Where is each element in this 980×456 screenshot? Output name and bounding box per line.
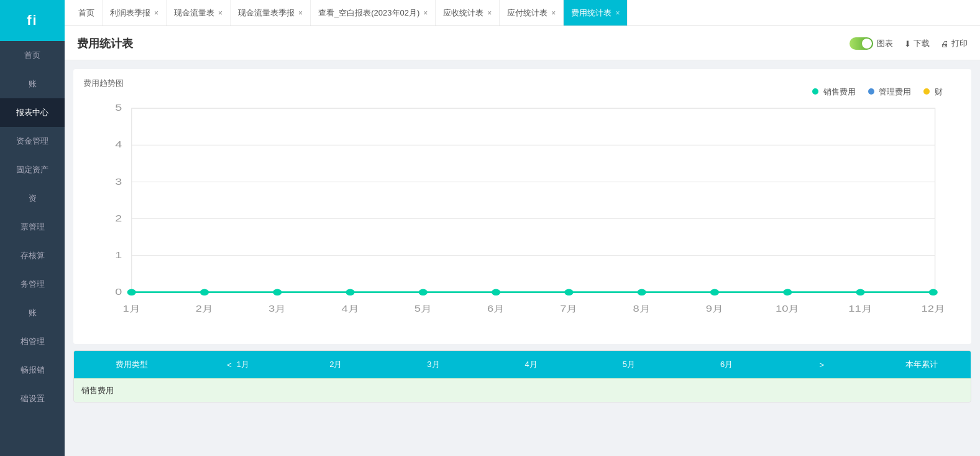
svg-text:0: 0 bbox=[115, 286, 122, 297]
download-icon: ⬇ bbox=[904, 39, 911, 49]
tab-close-cashflow[interactable]: × bbox=[218, 9, 222, 17]
sidebar-item-fund[interactable]: 资金管理 bbox=[0, 127, 65, 156]
download-button[interactable]: ⬇ 下载 bbox=[904, 38, 930, 49]
sidebar-item-inventory[interactable]: 存核算 bbox=[0, 241, 65, 270]
sidebar-item-service[interactable]: 务管理 bbox=[0, 270, 65, 299]
th-col-3: 3月 bbox=[385, 359, 482, 370]
td-col-5 bbox=[582, 386, 679, 396]
svg-text:6月: 6月 bbox=[487, 304, 505, 314]
tab-close-profit[interactable]: × bbox=[154, 9, 158, 17]
sidebar-logo: fi bbox=[0, 0, 65, 41]
tab-close-payable[interactable]: × bbox=[551, 9, 556, 17]
sidebar-item-account[interactable]: 账 bbox=[0, 70, 65, 98]
td-col-4 bbox=[485, 386, 582, 396]
svg-text:10月: 10月 bbox=[776, 304, 800, 314]
tab-close-receivable[interactable]: × bbox=[487, 9, 492, 17]
sidebar: fi 首页 账 报表中心 资金管理 固定资产 资 票管理 存核算 务管理 账 档… bbox=[0, 0, 65, 456]
point-10 bbox=[783, 289, 792, 295]
td-col-2 bbox=[291, 386, 388, 396]
svg-text:7月: 7月 bbox=[560, 304, 577, 314]
point-8 bbox=[638, 289, 646, 295]
tab-close-blank[interactable]: × bbox=[423, 9, 428, 17]
tab-expense-stats[interactable]: 费用统计表 × bbox=[564, 0, 628, 26]
th-type: 费用类型 bbox=[74, 359, 189, 370]
td-col-nav bbox=[776, 386, 873, 396]
td-col-total bbox=[874, 386, 971, 396]
line-chart: 5 4 3 2 1 0 1月 2月 3月 4月 5月 6月 7月 bbox=[83, 95, 961, 332]
sidebar-item-ticket[interactable]: 票管理 bbox=[0, 213, 65, 241]
point-12 bbox=[929, 289, 938, 295]
tab-receivable[interactable]: 应收统计表 × bbox=[436, 0, 500, 26]
page-content: 费用统计表 图表 ⬇ 下载 🖨 打印 费用趋势图 bbox=[65, 26, 980, 456]
point-6 bbox=[492, 289, 500, 295]
th-col-6: 6月 bbox=[677, 359, 775, 370]
page-actions: 图表 ⬇ 下载 🖨 打印 bbox=[849, 37, 968, 50]
point-3 bbox=[273, 289, 282, 295]
sidebar-item-home[interactable]: 首页 bbox=[0, 41, 65, 70]
tab-bar: 首页 利润表季报 × 现金流量表 × 现金流量表季报 × 查看_空白报表(202… bbox=[65, 0, 980, 26]
point-9 bbox=[710, 289, 719, 295]
th-col-4: 4月 bbox=[482, 359, 580, 370]
tab-profit[interactable]: 利润表季报 × bbox=[103, 0, 167, 26]
svg-rect-12 bbox=[132, 108, 935, 292]
tab-cashflow-q[interactable]: 现金流量表季报 × bbox=[231, 0, 311, 26]
point-4 bbox=[346, 289, 354, 295]
table-row: 销售费用 bbox=[74, 378, 971, 402]
svg-text:2: 2 bbox=[115, 213, 122, 223]
sidebar-item-archive[interactable]: 档管理 bbox=[0, 327, 65, 356]
th-col-total: 本年累计 bbox=[873, 359, 971, 370]
tab-home[interactable]: 首页 bbox=[71, 0, 103, 26]
th-nav-next[interactable]: > bbox=[776, 360, 873, 370]
svg-text:11月: 11月 bbox=[848, 304, 872, 314]
th-col-2: 2月 bbox=[287, 359, 385, 370]
chart-toggle-wrap: 图表 bbox=[849, 37, 893, 50]
chart-card: 费用趋势图 销售费用 管理费用 财 bbox=[73, 69, 971, 344]
sidebar-item-ledger[interactable]: 账 bbox=[0, 299, 65, 327]
chart-toggle[interactable] bbox=[849, 37, 873, 50]
legend-dot-finance bbox=[923, 88, 930, 95]
svg-text:12月: 12月 bbox=[922, 304, 946, 314]
table-header: 费用类型 < 1月 2月 3月 4月 5月 bbox=[74, 351, 971, 378]
svg-text:8月: 8月 bbox=[633, 304, 650, 314]
sidebar-item-asset[interactable]: 固定资产 bbox=[0, 156, 65, 184]
point-5 bbox=[419, 289, 428, 295]
point-7 bbox=[564, 289, 573, 295]
svg-text:9月: 9月 bbox=[706, 304, 723, 314]
tab-close-cashflow-q[interactable]: × bbox=[298, 9, 303, 17]
svg-text:5月: 5月 bbox=[414, 304, 432, 314]
svg-text:4月: 4月 bbox=[341, 304, 359, 314]
print-button[interactable]: 🖨 打印 bbox=[941, 38, 968, 49]
legend-dot-sales bbox=[812, 88, 818, 95]
sidebar-item-settings[interactable]: 础设置 bbox=[0, 384, 65, 413]
point-1 bbox=[127, 289, 136, 295]
svg-text:5: 5 bbox=[115, 103, 122, 113]
print-icon: 🖨 bbox=[941, 39, 949, 49]
main-area: 首页 利润表季报 × 现金流量表 × 现金流量表季报 × 查看_空白报表(202… bbox=[65, 0, 980, 456]
sidebar-item-expense[interactable]: 畅报销 bbox=[0, 356, 65, 384]
tab-blank[interactable]: 查看_空白报表(2023年02月) × bbox=[311, 0, 436, 26]
sidebar-item-resource[interactable]: 资 bbox=[0, 184, 65, 213]
sidebar-item-reports[interactable]: 报表中心 bbox=[0, 98, 65, 127]
td-type: 销售费用 bbox=[74, 380, 193, 401]
svg-text:2月: 2月 bbox=[196, 304, 213, 314]
td-col-6 bbox=[679, 386, 776, 396]
legend-dot-admin bbox=[868, 88, 874, 95]
td-col-1 bbox=[193, 386, 290, 396]
th-nav-prev[interactable]: < 1月 bbox=[189, 359, 286, 370]
svg-text:1: 1 bbox=[115, 249, 122, 260]
page-header: 费用统计表 图表 ⬇ 下载 🖨 打印 bbox=[65, 26, 980, 60]
chart-toggle-label: 图表 bbox=[877, 38, 893, 49]
svg-text:3月: 3月 bbox=[268, 304, 286, 314]
print-label: 打印 bbox=[951, 38, 968, 49]
tab-payable[interactable]: 应付统计表 × bbox=[500, 0, 564, 26]
td-col-3 bbox=[388, 386, 485, 396]
svg-text:1月: 1月 bbox=[123, 304, 140, 314]
svg-text:4: 4 bbox=[115, 139, 122, 150]
tab-close-expense-stats[interactable]: × bbox=[615, 9, 620, 17]
tab-cashflow[interactable]: 现金流量表 × bbox=[167, 0, 231, 26]
download-label: 下载 bbox=[914, 38, 930, 49]
th-col-5: 5月 bbox=[580, 359, 677, 370]
chart-wrap: 5 4 3 2 1 0 1月 2月 3月 4月 5月 6月 7月 bbox=[83, 95, 961, 332]
point-2 bbox=[200, 289, 209, 295]
svg-text:3: 3 bbox=[115, 176, 122, 187]
